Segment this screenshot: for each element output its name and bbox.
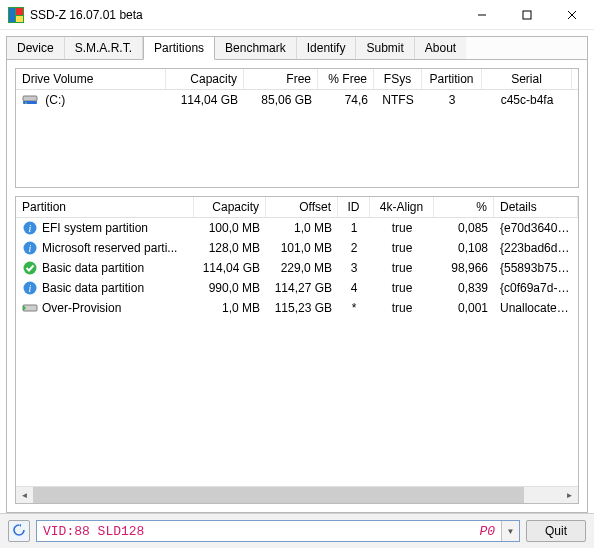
svg-text:i: i: [29, 223, 32, 234]
volume-capacity: 114,04 GB: [166, 91, 244, 109]
device-selector[interactable]: VID:88 SLD128 P0 ▼: [36, 520, 520, 542]
partition-id: 1: [338, 219, 370, 237]
partition-name: EFI system partition: [42, 221, 148, 235]
partition-capacity: 1,0 MB: [194, 299, 266, 317]
partition-pct: 98,966: [434, 259, 494, 277]
col-serial[interactable]: Serial: [482, 69, 572, 89]
scroll-left-arrow[interactable]: ◄: [16, 487, 33, 504]
scroll-thumb[interactable]: [33, 487, 524, 504]
partition-name: Microsoft reserved parti...: [42, 241, 177, 255]
partition-id: 2: [338, 239, 370, 257]
svg-rect-3: [16, 16, 23, 22]
partition-offset: 115,23 GB: [266, 299, 338, 317]
partition-capacity: 100,0 MB: [194, 219, 266, 237]
col-free[interactable]: Free: [244, 69, 318, 89]
col-4k-align[interactable]: 4k-Align: [370, 197, 434, 217]
status-bar: VID:88 SLD128 P0 ▼ Quit: [0, 513, 594, 548]
partition-id: 4: [338, 279, 370, 297]
overprovision-icon: [22, 300, 38, 316]
partition-offset: 114,27 GB: [266, 279, 338, 297]
horizontal-scrollbar[interactable]: ◄ ►: [16, 486, 578, 503]
col-fsys[interactable]: FSys: [374, 69, 422, 89]
partition-row[interactable]: iEFI system partition100,0 MB1,0 MB1true…: [16, 218, 578, 238]
col-id[interactable]: ID: [338, 197, 370, 217]
col-partition[interactable]: Partition: [16, 197, 194, 217]
tab-label: Benchmark: [225, 41, 286, 55]
tab-label: Device: [17, 41, 54, 55]
check-icon: [22, 260, 38, 276]
partition-name: Basic data partition: [42, 281, 144, 295]
volume-free: 85,06 GB: [244, 91, 318, 109]
minimize-button[interactable]: [459, 0, 504, 30]
quit-button[interactable]: Quit: [526, 520, 586, 542]
info-icon: i: [22, 220, 38, 236]
col-details[interactable]: Details: [494, 197, 578, 217]
drive-icon: [22, 92, 38, 108]
volume-row[interactable]: (C:) 114,04 GB 85,06 GB 74,6 NTFS 3 c45c…: [16, 90, 578, 110]
partition-pct: 0,085: [434, 219, 494, 237]
tab-benchmark[interactable]: Benchmark: [215, 37, 297, 59]
chevron-down-icon[interactable]: ▼: [501, 521, 519, 541]
partition-id: 3: [338, 259, 370, 277]
device-text: VID:88 SLD128 P0: [37, 524, 501, 539]
tab-strip: Device S.M.A.R.T. Partitions Benchmark I…: [6, 36, 588, 60]
tab-smart[interactable]: S.M.A.R.T.: [65, 37, 143, 59]
partition-row[interactable]: iMicrosoft reserved parti...128,0 MB101,…: [16, 238, 578, 258]
tab-device[interactable]: Device: [7, 37, 65, 59]
tab-submit[interactable]: Submit: [356, 37, 414, 59]
col-capacity[interactable]: Capacity: [194, 197, 266, 217]
window-title: SSD-Z 16.07.01 beta: [30, 8, 459, 22]
partition-align: true: [370, 259, 434, 277]
partition-details: {223bad6d-1592-4080-90: [494, 239, 578, 257]
tab-label: About: [425, 41, 456, 55]
refresh-button[interactable]: [8, 520, 30, 542]
svg-rect-8: [23, 96, 37, 101]
col-capacity[interactable]: Capacity: [166, 69, 244, 89]
volumes-list: Drive Volume Capacity Free % Free FSys P…: [15, 68, 579, 188]
partition-capacity: 990,0 MB: [194, 279, 266, 297]
tab-partitions[interactable]: Partitions: [143, 37, 215, 60]
tab-identify[interactable]: Identify: [297, 37, 357, 59]
partition-row[interactable]: Over-Provision1,0 MB115,23 GB*true0,001U…: [16, 298, 578, 318]
col-pct[interactable]: %: [434, 197, 494, 217]
svg-text:i: i: [29, 283, 32, 294]
svg-rect-5: [523, 11, 531, 19]
volume-fsys: NTFS: [374, 91, 422, 109]
tab-about[interactable]: About: [415, 37, 466, 59]
col-drive-volume[interactable]: Drive Volume: [16, 69, 166, 89]
partition-align: true: [370, 239, 434, 257]
tab-label: S.M.A.R.T.: [75, 41, 132, 55]
volume-pct-free: 74,6: [318, 91, 374, 109]
col-pct-free[interactable]: % Free: [318, 69, 374, 89]
device-port: P0: [479, 524, 495, 539]
svg-rect-9: [23, 101, 37, 104]
partition-align: true: [370, 299, 434, 317]
partition-name: Basic data partition: [42, 261, 144, 275]
info-icon: i: [22, 280, 38, 296]
partition-align: true: [370, 219, 434, 237]
partition-capacity: 128,0 MB: [194, 239, 266, 257]
svg-text:i: i: [29, 243, 32, 254]
tab-label: Submit: [366, 41, 403, 55]
scroll-track[interactable]: [33, 487, 561, 503]
close-button[interactable]: [549, 0, 594, 30]
volume-serial: c45c-b4fa: [482, 91, 572, 109]
partition-details: {e70d3640-e7a0-4cc0-95: [494, 219, 578, 237]
partition-id: *: [338, 299, 370, 317]
tab-panel: Drive Volume Capacity Free % Free FSys P…: [6, 60, 588, 513]
partitions-header: Partition Capacity Offset ID 4k-Align % …: [16, 197, 578, 218]
svg-point-10: [25, 102, 27, 104]
col-offset[interactable]: Offset: [266, 197, 338, 217]
app-icon: [8, 7, 24, 23]
col-partition[interactable]: Partition: [422, 69, 482, 89]
partition-row[interactable]: Basic data partition114,04 GB229,0 MB3tr…: [16, 258, 578, 278]
partition-capacity: 114,04 GB: [194, 259, 266, 277]
partition-pct: 0,001: [434, 299, 494, 317]
partition-row[interactable]: iBasic data partition990,0 MB114,27 GB4t…: [16, 278, 578, 298]
partition-offset: 101,0 MB: [266, 239, 338, 257]
tab-label: Identify: [307, 41, 346, 55]
titlebar: SSD-Z 16.07.01 beta: [0, 0, 594, 30]
scroll-right-arrow[interactable]: ►: [561, 487, 578, 504]
maximize-button[interactable]: [504, 0, 549, 30]
info-icon: i: [22, 240, 38, 256]
